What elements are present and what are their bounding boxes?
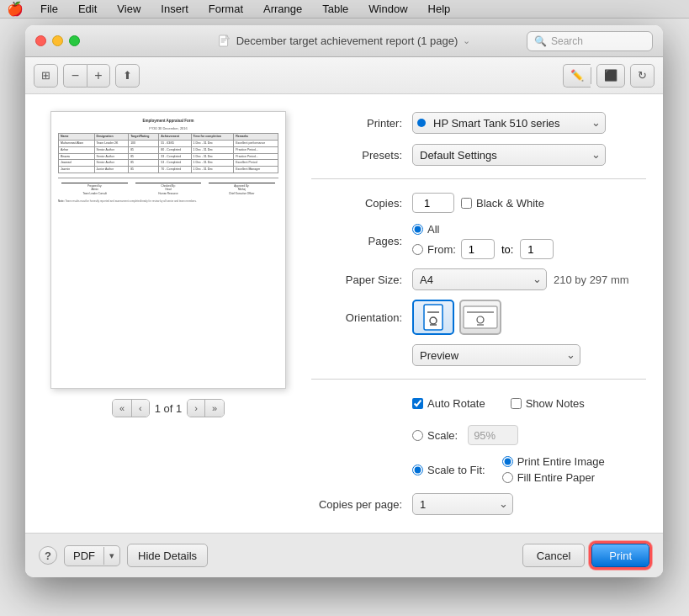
pdf-arrow-button[interactable]: ▾ <box>103 547 119 565</box>
close-button[interactable] <box>35 35 46 46</box>
pen-icon: ✏️ <box>570 69 584 82</box>
printer-select-wrapper: HP Smart Tank 510 series <box>412 112 606 134</box>
prev-page-button[interactable]: ‹ <box>132 400 149 417</box>
share-icon: ⬆ <box>123 69 132 82</box>
scale-to-fit-radio-label[interactable]: Scale to Fit: <box>412 464 485 476</box>
paper-size-control: A4 Letter Legal 210 by 297 mm <box>412 268 646 290</box>
window-title: December target achievement report (1 pa… <box>236 35 458 47</box>
pages-all-radio[interactable] <box>412 224 423 235</box>
landscape-button[interactable] <box>459 300 501 335</box>
hide-details-button[interactable]: Hide Details <box>127 544 208 567</box>
show-notes-checkbox-label[interactable]: Show Notes <box>511 397 585 410</box>
window-titlebar: December target achievement report (1 pa… <box>25 25 663 57</box>
paper-size-select[interactable]: A4 Letter Legal <box>412 268 547 290</box>
pages-all-label[interactable]: All <box>412 223 554 236</box>
window-controls <box>35 35 80 46</box>
orientation-group <box>412 300 501 335</box>
show-notes-text: Show Notes <box>526 397 585 410</box>
menu-edit[interactable]: Edit <box>75 3 100 15</box>
pages-from-text: From: <box>427 243 456 256</box>
print-settings-pane: Printer: HP Smart Tank 510 series Preset… <box>311 111 646 516</box>
divider-2 <box>311 379 646 380</box>
stamp-button[interactable]: ⬛ <box>596 64 625 88</box>
black-white-checkbox-label[interactable]: Black & White <box>461 197 544 210</box>
fill-entire-text: Fill Entire Paper <box>517 471 595 484</box>
presets-select[interactable]: Default Settings <box>412 144 606 166</box>
scale-value-input <box>468 425 518 445</box>
paper-size-dims: 210 by 297 mm <box>554 273 629 286</box>
minimize-button[interactable] <box>52 35 63 46</box>
menu-arrange[interactable]: Arrange <box>260 3 305 15</box>
print-entire-radio[interactable] <box>502 456 513 467</box>
menu-help[interactable]: Help <box>425 3 454 15</box>
menu-view[interactable]: View <box>114 3 144 15</box>
paper-footer: Prepared by: Admin Team Leader Consult C… <box>58 178 278 195</box>
help-button[interactable]: ? <box>39 546 57 565</box>
printer-control: HP Smart Tank 510 series <box>412 112 646 134</box>
pages-to-text: to: <box>501 243 513 256</box>
scale-row: Scale: <box>311 423 646 447</box>
search-icon: 🔍 <box>534 35 547 47</box>
scale-to-fit-radio[interactable] <box>412 465 423 475</box>
copies-per-page-select[interactable]: 1 2 4 <box>412 493 513 515</box>
presets-select-wrapper: Default Settings <box>412 144 606 166</box>
pages-label: Pages: <box>311 235 412 247</box>
page-info-label: 1 of 1 <box>155 402 183 415</box>
scale-to-fit-control: Scale to Fit: Print Entire Image Fill En… <box>412 455 646 484</box>
pdf-main-button[interactable]: PDF <box>65 546 103 566</box>
title-chevron-icon[interactable]: ⌄ <box>463 35 470 46</box>
scale-radio[interactable] <box>412 430 423 441</box>
preview-select[interactable]: Preview <box>412 344 580 366</box>
menu-window[interactable]: Window <box>365 3 411 15</box>
menu-format[interactable]: Format <box>205 3 246 15</box>
printer-select[interactable]: HP Smart Tank 510 series <box>412 112 606 134</box>
copies-input[interactable] <box>412 193 454 213</box>
next-page-button[interactable]: › <box>188 400 205 417</box>
printer-label: Printer: <box>311 117 412 130</box>
nav-button-group-right: › » <box>187 399 225 417</box>
pages-from-label[interactable]: From: <box>412 243 456 256</box>
print-dialog-window: December target achievement report (1 pa… <box>25 25 663 577</box>
sidebar-toggle-button[interactable]: ⊞ <box>34 64 58 88</box>
maximize-button[interactable] <box>69 35 80 46</box>
paper-note: Note: Team results must be honestly repo… <box>58 199 278 203</box>
scale-radio-label[interactable]: Scale: <box>412 429 458 442</box>
auto-rotate-checkbox-label[interactable]: Auto Rotate <box>412 397 485 410</box>
share-button[interactable]: ⬆ <box>115 64 140 88</box>
pages-from-radio[interactable] <box>412 244 423 255</box>
menu-file[interactable]: File <box>37 3 61 15</box>
cancel-button[interactable]: Cancel <box>522 544 585 567</box>
pen-tool-button[interactable]: ✏️ <box>563 64 591 88</box>
rotate-icon: ↻ <box>638 69 647 82</box>
apple-menu[interactable]: 🍎 <box>7 1 24 17</box>
annotation-controls: ✏️ <box>563 64 591 88</box>
presets-row: Presets: Default Settings <box>311 143 646 167</box>
first-page-button[interactable]: « <box>113 400 132 417</box>
pages-from-input[interactable] <box>461 239 495 259</box>
zoom-out-button[interactable]: − <box>63 64 87 88</box>
fill-entire-radio[interactable] <box>502 472 513 483</box>
printer-row: Printer: HP Smart Tank 510 series <box>311 111 646 135</box>
pdf-button-group: PDF ▾ <box>64 545 120 566</box>
print-button[interactable]: Print <box>591 544 649 567</box>
rotate-button[interactable]: ↻ <box>630 64 655 88</box>
print-entire-label[interactable]: Print Entire Image <box>502 455 605 468</box>
pages-to-input[interactable] <box>520 239 554 259</box>
zoom-in-button[interactable]: + <box>87 64 110 88</box>
last-page-button[interactable]: » <box>205 400 224 417</box>
search-input[interactable]: 🔍 Search <box>527 31 653 51</box>
preview-pane: Employment Appraisal Form FY30 30 Decemb… <box>42 111 294 516</box>
black-white-checkbox[interactable] <box>461 198 472 209</box>
copies-control: Black & White <box>412 193 646 213</box>
menu-insert[interactable]: Insert <box>157 3 192 15</box>
portrait-icon <box>423 304 443 331</box>
preview-dropdown-row: Preview <box>311 343 646 367</box>
fill-entire-label[interactable]: Fill Entire Paper <box>502 471 605 484</box>
toolbar-right: 🔍 Search <box>527 31 653 51</box>
portrait-button[interactable] <box>412 300 454 335</box>
dialog-body: Employment Appraisal Form FY30 30 Decemb… <box>25 94 663 533</box>
auto-rotate-checkbox[interactable] <box>412 398 423 409</box>
show-notes-checkbox[interactable] <box>511 398 522 409</box>
menu-table[interactable]: Table <box>319 3 352 15</box>
paper-size-label: Paper Size: <box>311 273 412 286</box>
